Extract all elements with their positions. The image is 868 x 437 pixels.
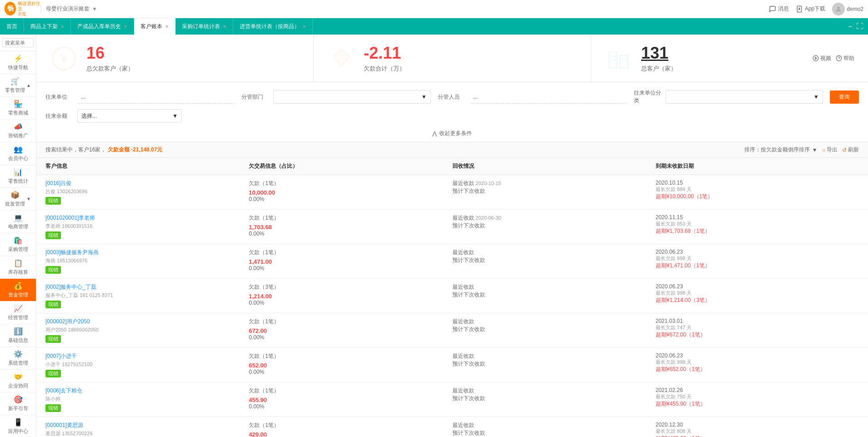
close-tab-0[interactable]: ✕ [60,24,64,29]
svg-text:¥: ¥ [60,52,67,64]
download-icon [796,5,803,13]
help-btn[interactable]: 帮助 [836,55,854,62]
overdue-link-1[interactable]: 超期¥1,703.68（1笔） [656,227,859,235]
customer-name-6[interactable]: [0006]去下粮仓 [45,387,249,395]
overdue-info-6: 2021.02.26 最长欠款 750 天 超期¥455.90（1笔） [656,387,859,408]
user-menu[interactable]: demo2 [832,3,863,15]
tab-stock-history[interactable]: 产成品入库单历史 ✕ [71,18,134,35]
export-btn[interactable]: ○ 导出 [822,146,838,154]
minimize-icon[interactable]: － [847,22,854,31]
messages-btn[interactable]: 消息 [769,5,789,13]
svg-marker-6 [333,49,349,66]
video-btn[interactable]: 视频 [813,55,831,62]
customer-name-4[interactable]: [000002]用户2050 [45,318,249,326]
customer-name-2[interactable]: [0003]畅捷服务尹海燕 [45,249,249,256]
close-tab-4[interactable]: ✕ [302,24,306,29]
logo-icon: 畅 [5,2,16,15]
overdue-link-3[interactable]: 超期¥1,214.00（3笔） [656,296,859,304]
sidebar-item-system[interactable]: ⚙️ 系统管理 [0,347,36,370]
customer-tag-0: 现销 [45,197,61,205]
overdue-link-7[interactable]: 超期¥429.00（1笔） [656,435,859,437]
top-bar: 畅 畅捷通好生意 示范 母婴行业演示账套 ▼ 消息 App下载 demo2 [0,0,868,18]
table-row: [0003]畅捷服务尹海燕 海燕 18513066976 现销 欠款（1笔） 1… [36,244,868,279]
sidebar-item-retail-stats[interactable]: 📊 零售统计 [0,165,36,188]
sidebar-item-retail-mall[interactable]: 🏪 零售商城 [0,97,36,120]
close-tab-1[interactable]: ✕ [124,24,127,29]
sidebar-item-wholesale[interactable]: 📦 批发管理 ▼ [0,188,36,211]
stat-label-1: 总欠款客户（家） [86,65,300,73]
customer-info-5: [0007]小进干 小进干 18279152100 现销 [45,352,249,377]
customer-name-7[interactable]: [000001]黄思源 [45,422,249,429]
sidebar-item-guide[interactable]: 🎯 新手引导 [0,392,36,415]
customer-name-3[interactable]: [0002]服务中心_丁磊 [45,283,249,291]
sidebar-item-basic-info[interactable]: ℹ️ 基础信息 [0,324,36,347]
sidebar-item-members[interactable]: 👥 会员中心 [0,142,36,165]
overdue-link-2[interactable]: 超期¥1,471.00（1笔） [656,262,859,270]
customer-name-0[interactable]: [0016]吕俊 [45,180,249,187]
members-icon: 👥 [14,145,23,154]
collapse-filters-btn[interactable]: ⋀ 收起更多条件 [45,127,859,140]
results-summary: 搜索结果中，客户16家， 欠款金额 -21,148.07元 [45,146,162,154]
customer-sub-6: 陈小帅 [45,396,249,402]
customer-name-1[interactable]: [0001020001]李老师 [45,214,249,222]
tab-purchase-stats[interactable]: 采购订单统计表 ✕ [176,18,233,35]
person-input[interactable]: ... [470,90,627,104]
unit-category-select[interactable]: ▼ [666,90,823,104]
svg-rect-12 [614,59,616,60]
collect-info-5: 最近收款 预计下次收款 [452,352,656,368]
debt-info-0: 欠款（1笔） 10,000.00 0.00% [249,180,452,202]
collect-info-7: 最近收款 预计下次收款 [452,422,656,437]
debt-ratio-1: 0.00% [249,231,452,237]
stat-label-3: 总客户（家） [641,65,813,73]
sidebar-item-marketing[interactable]: 📣 营销推广 [0,120,36,142]
tab-customer-ledger[interactable]: 客户账本 ✕ [134,18,176,35]
customer-info-0: [0016]吕俊 吕俊 13026203696 现销 [45,180,249,205]
customer-sub-0: 吕俊 13026203696 [45,188,249,195]
sidebar-item-ops[interactable]: 📈 经营管理 [0,301,36,324]
department-select[interactable]: ▼ [273,90,431,104]
sidebar-search [0,35,36,51]
tab-stock-stats[interactable]: 进货单统计表（按商品） ✕ [233,18,313,35]
logo-area: 畅 畅捷通好生意 示范 [5,1,41,17]
source-unit-input[interactable]: ... [77,90,235,104]
sidebar-item-finance[interactable]: 💰 资金管理 [0,279,36,301]
sidebar-item-apps[interactable]: 📱 应用中心 [0,415,36,437]
overdue-link-4[interactable]: 超期¥672.00（1笔） [656,331,859,339]
collect-info-0: 最近收款 2020-10-15 预计下次收款 [452,180,656,195]
marketing-icon: 📣 [14,122,23,131]
sidebar-item-quick-nav[interactable]: ⚡ 快捷导航 [0,51,36,74]
table-row: [0002]服务中心_丁磊 服务中心_丁磊 181 0125 8371 现销 欠… [36,279,868,313]
maximize-icon[interactable]: ⛶ [856,22,863,30]
close-tab-2[interactable]: ✕ [165,24,169,29]
overdue-link-5[interactable]: 超期¥652.00（1笔） [656,366,859,373]
sidebar-item-retail-mgmt[interactable]: 🛒 零售管理 ▲ [0,74,36,97]
balance-select[interactable]: 选择... ▼ [77,109,182,123]
refresh-btn[interactable]: ↺ 刷新 [842,146,859,154]
tab-product-listing[interactable]: 商品上下架 ✕ [24,18,71,35]
customer-info-3: [0002]服务中心_丁磊 服务中心_丁磊 181 0125 8371 现销 [45,283,249,308]
customer-name-5[interactable]: [0007]小进干 [45,352,249,360]
sidebar-item-inventory[interactable]: 📋 库存核算 [0,256,36,279]
customer-info-2: [0003]畅捷服务尹海燕 海燕 18513066976 现销 [45,249,249,274]
stat-info-1: 16 总欠款客户（家） [86,44,300,73]
app-download-btn[interactable]: App下载 [796,5,825,13]
filter-balance: 往来余额 选择... ▼ [45,109,182,123]
debt-count-6: 欠款（1笔） [249,387,452,395]
stat-label-2: 欠款合计（万） [364,65,577,73]
app-selector[interactable]: 母婴行业演示账套 ▼ [41,5,769,13]
sidebar-item-ecommerce[interactable]: 💻 电商管理 [0,211,36,233]
overdue-link-0[interactable]: 超期¥10,000.00（1笔） [656,193,859,201]
overdue-info-1: 2020.11.15 最长欠款 853 天 超期¥1,703.68（1笔） [656,214,859,235]
overdue-link-6[interactable]: 超期¥455.90（1笔） [656,400,859,408]
sidebar-item-collab[interactable]: 🤝 企业协同 [0,370,36,392]
stat-info-2: -2.11 欠款合计（万） [364,44,577,73]
debt-info-7: 欠款（1笔） 429.00 0.00% [249,422,452,437]
sidebar-item-purchase-mgmt[interactable]: 🛍️ 采购管理 [0,233,36,256]
query-button[interactable]: 查询 [830,90,859,104]
stat-icon-2 [327,45,355,72]
sort-select[interactable]: 排序：按欠款金额倒序排序 ▼ [744,146,818,154]
sidebar-search-input[interactable] [2,38,34,47]
close-tab-3[interactable]: ✕ [223,24,226,29]
video-icon [813,55,819,61]
tab-home[interactable]: 首页 [0,18,24,35]
